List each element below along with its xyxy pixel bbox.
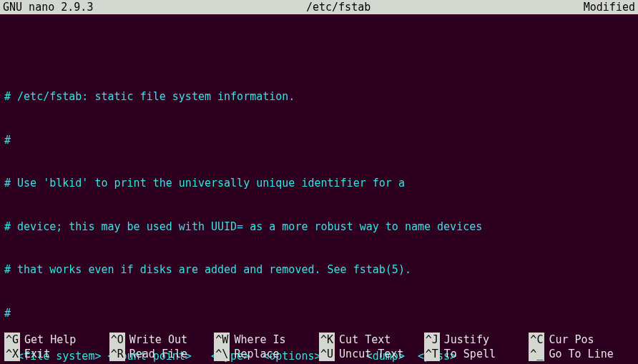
shortcut-replace[interactable]: ^\ Replace [214,347,319,361]
shortcut-uncut-text[interactable]: ^U Uncut Text [319,347,424,361]
shortcut-row: ^G Get Help ^O Write Out ^W Where Is ^K … [4,333,634,347]
shortcut-label: Cut Text [339,333,391,347]
shortcut-get-help[interactable]: ^G Get Help [4,333,109,347]
key-label: ^O [109,333,125,347]
key-label: ^J [424,333,440,347]
key-label: ^R [109,347,125,361]
file-line[interactable]: # [4,133,634,147]
key-label: ^U [319,347,335,361]
file-line[interactable]: # /etc/fstab: static file system informa… [4,89,634,104]
shortcut-label: Replace [234,347,279,361]
shortcut-where-is[interactable]: ^W Where Is [214,333,319,347]
file-line[interactable]: # that works even if disks are added and… [4,262,634,277]
shortcut-go-to-line[interactable]: ^_ Go To Line [529,347,634,361]
app-name: GNU nano 2.9.3 [3,0,93,14]
shortcut-label: Cur Pos [549,333,594,347]
file-name: /etc/fstab [93,0,583,14]
shortcut-read-file[interactable]: ^R Read File [109,347,215,361]
key-label: ^W [214,333,230,347]
shortcut-justify[interactable]: ^J Justify [424,333,529,347]
key-label: ^G [4,333,20,347]
key-label: ^_ [529,347,544,361]
key-label: ^X [4,347,20,361]
shortcut-cur-pos[interactable]: ^C Cur Pos [529,333,634,347]
shortcut-cut-text[interactable]: ^K Cut Text [319,333,424,347]
editor-titlebar: GNU nano 2.9.3 /etc/fstab Modified [0,0,638,14]
shortcut-label: Read File [129,347,187,361]
key-label: ^\ [214,347,230,361]
modified-flag: Modified [584,0,635,14]
shortcut-label: Uncut Text [339,347,403,361]
file-line[interactable]: # [4,306,634,320]
editor-content[interactable]: # /etc/fstab: static file system informa… [0,14,638,364]
shortcut-label: Go To Line [549,347,613,361]
file-line[interactable]: # device; this may be used with UUID= as… [4,220,634,234]
shortcut-label: Where Is [234,333,285,347]
key-label: ^K [319,333,335,347]
shortcut-to-spell[interactable]: ^T To Spell [424,347,529,361]
shortcut-label: Write Out [129,333,187,347]
key-label: ^T [424,347,440,361]
shortcut-label: To Spell [444,347,496,361]
file-line[interactable]: # Use 'blkid' to print the universally u… [4,176,634,190]
shortcut-exit[interactable]: ^X Exit [4,347,109,361]
shortcut-write-out[interactable]: ^O Write Out [109,333,215,347]
shortcut-bar: ^G Get Help ^O Write Out ^W Where Is ^K … [0,333,638,364]
shortcut-label: Justify [444,333,489,347]
key-label: ^C [529,333,544,347]
shortcut-row: ^X Exit ^R Read File ^\ Replace ^U Uncut… [4,347,634,361]
shortcut-label: Get Help [24,333,76,347]
shortcut-label: Exit [24,347,50,361]
